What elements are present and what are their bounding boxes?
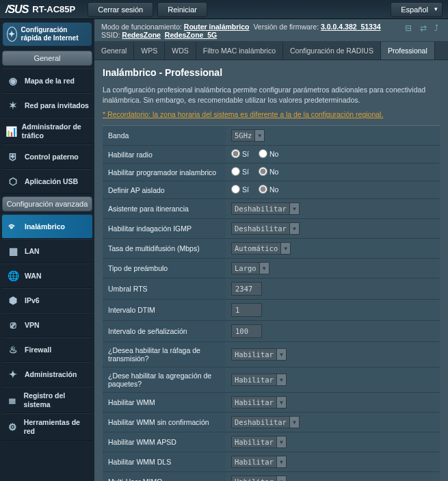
row-label: Tipo de preámbulo [103,259,226,278]
radio-group-3: Sí No [231,185,278,194]
select-16[interactable]: Habilitar [231,456,277,468]
chevron-down-icon[interactable]: ▼ [281,242,291,255]
input-10[interactable] [231,324,262,338]
row-label: Habilitar WMM DLS [103,452,226,472]
tab-general[interactable]: General [94,42,134,60]
chevron-down-icon[interactable]: ▼ [290,416,300,428]
nav-icon: ᯤ [5,219,21,234]
tab-filtro-mac-inalámbrico[interactable]: Filtro MAC inalámbrico [196,42,283,60]
nav-icon: ◉ [5,73,21,88]
select-4[interactable]: Deshabilitar [231,203,290,215]
radio-yes[interactable] [231,185,240,194]
firmware-link[interactable]: 3.0.0.4.382_51334 [321,23,381,31]
chevron-down-icon[interactable]: ▼ [277,396,287,408]
tab-bar: GeneralWPSWDSFiltro MAC inalámbricoConfi… [94,42,448,60]
radio-group-1: Sí No [231,149,278,158]
operation-mode-link[interactable]: Router inalámbrico [184,23,250,31]
chevron-down-icon[interactable]: ▼ [290,222,300,235]
chevron-down-icon[interactable]: ▼ [260,262,269,274]
model-name: RT-AC85P [32,4,75,14]
chevron-down-icon[interactable]: ▼ [277,348,287,361]
sidebar-item-ipv6[interactable]: ⬢IPv6 [2,288,92,313]
row-label: Definir AP aislado [103,181,226,199]
chevron-down-icon[interactable]: ▼ [277,476,287,481]
input-8[interactable] [231,282,262,296]
select-13[interactable]: Habilitar [231,396,277,408]
tab-wps[interactable]: WPS [134,42,165,60]
select-14[interactable]: Deshabilitar [231,416,290,428]
ssid-2: RedesZone_5G [165,31,217,39]
radio-group-2: Sí No [231,167,278,176]
sidebar-item-firewall[interactable]: ♨Firewall [2,337,92,362]
ssid-1: RedesZone [122,31,161,39]
nav-icon: ♨ [5,342,21,357]
nav-icon: ✦ [5,367,21,382]
chevron-down-icon[interactable]: ▼ [277,456,287,468]
row-label: ¿Desea habilitar la ráfaga de transmisió… [103,342,226,367]
sidebar-header-general: General [2,51,92,66]
select-11[interactable]: Habilitar [231,348,277,361]
nav-icon: ⚙ [5,419,20,434]
select-6[interactable]: Automático [231,242,281,255]
radio-yes[interactable] [231,167,240,176]
sidebar: ✦ Configuración rápida de Internet Gener… [0,19,94,481]
logout-button[interactable]: Cerrar sesión [88,2,153,17]
sidebar-item-administrador-de-tráfico[interactable]: 📊Administrador de tráfico [2,118,92,144]
row-label: Banda [103,126,226,146]
tab-wds[interactable]: WDS [165,42,196,60]
globe-icon: ✦ [7,27,17,42]
radio-no[interactable] [259,167,267,176]
sidebar-item-inalámbrico[interactable]: ᯤInalámbrico [2,214,92,239]
language-select[interactable]: Español [391,2,443,17]
select-17[interactable]: Habilitar [231,476,277,481]
sidebar-item-registro-del-sistema[interactable]: ≣Registro del sistema [2,387,92,413]
row-label: Habilitar WMM [103,393,226,413]
row-label: Multi-User MIMO [103,472,226,481]
reboot-button[interactable]: Reiniciar [157,2,207,17]
info-bar: Modo de funcionamiento: Router inalámbri… [94,19,448,42]
main-panel: Modo de funcionamiento: Router inalámbri… [94,19,448,481]
select-7[interactable]: Largo [231,262,260,274]
row-label: Tasa de multidifusión (Mbps) [103,239,226,259]
nav-icon: ✶ [5,98,21,113]
sidebar-item-lan[interactable]: ▦LAN [2,239,92,263]
row-label: Habilitar indagación IGMP [103,219,226,239]
row-label: Asistente para itinerancia [103,199,226,219]
timezone-warning-link[interactable]: * Recordatorio: la zona horaria del sist… [103,110,383,118]
top-bar: /SUS RT-AC85P Cerrar sesión Reiniciar Es… [0,0,448,19]
sidebar-item-mapa-de-la-red[interactable]: ◉Mapa de la red [2,68,92,93]
tab-configuración-de-radius[interactable]: Configuración de RADIUS [283,42,381,60]
radio-yes[interactable] [231,149,240,158]
chevron-down-icon[interactable]: ▼ [290,203,300,215]
chevron-down-icon[interactable]: ▼ [277,436,287,448]
select-5[interactable]: Deshabilitar [231,222,290,235]
radio-no[interactable] [259,149,267,158]
row-label: Habilitar WMM sin confirmación [103,413,226,432]
radio-no[interactable] [259,185,267,194]
chevron-down-icon[interactable]: ▼ [255,129,265,142]
nav-icon: ▦ [5,244,21,259]
status-icons: ⊟ ⇄ ⤴ [405,23,441,33]
nav-icon: 📊 [5,124,18,139]
row-label: Umbral RTS [103,278,226,300]
sidebar-item-vpn[interactable]: ⎚VPN [2,313,92,337]
quick-setup-button[interactable]: ✦ Configuración rápida de Internet [2,22,92,47]
row-label: Intervalo DTIM [103,300,226,321]
nav-icon: 🌐 [5,268,21,283]
sidebar-item-wan[interactable]: 🌐WAN [2,263,92,288]
sidebar-item-red-para-invitados[interactable]: ✶Red para invitados [2,93,92,118]
sidebar-header-advanced: Configuración avanzada [2,196,92,211]
sidebar-item-administración[interactable]: ✦Administración [2,362,92,387]
settings-table: Banda5GHz▼Habilitar radio Sí NoHabilitar… [103,125,440,481]
row-label: ¿Dese habilitar la agregación de paquete… [103,367,226,393]
tab-professional[interactable]: Professional [381,42,435,60]
sidebar-item-aplicación-usb[interactable]: ⬡Aplicación USB [2,169,92,194]
sidebar-item-control-paterno[interactable]: ⛨Control paterno [2,144,92,169]
input-9[interactable] [231,303,262,317]
select-15[interactable]: Habilitar [231,436,277,448]
select-12[interactable]: Habilitar [231,374,277,386]
content-area: Inalámbrico - Professional La configurac… [94,60,448,481]
select-0[interactable]: 5GHz [231,129,255,142]
chevron-down-icon[interactable]: ▼ [277,374,287,386]
sidebar-item-herramientas-de-red[interactable]: ⚙Herramientas de red [2,413,92,440]
